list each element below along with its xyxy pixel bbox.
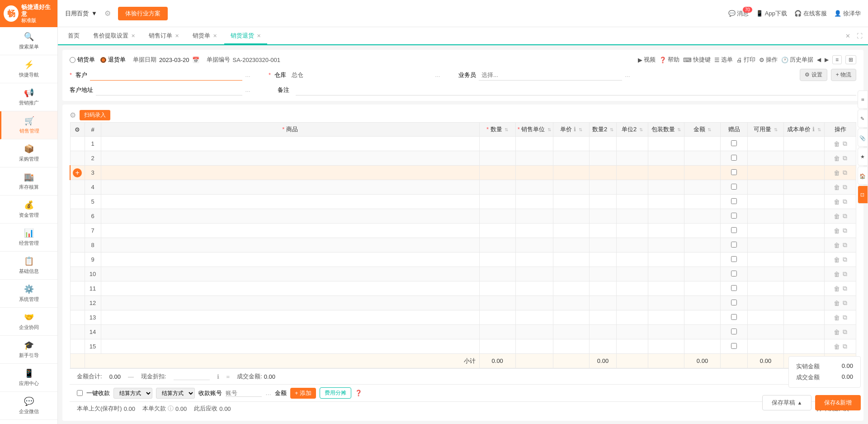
tab-sales-return-close[interactable]: ✕ xyxy=(257,33,261,39)
row2-copy-icon[interactable]: ⧉ xyxy=(843,154,847,162)
right-panel-btn-1[interactable]: ≡ xyxy=(858,91,868,109)
row7-gift-check[interactable] xyxy=(731,227,737,233)
tab-sales-delivery[interactable]: 销货单 ✕ xyxy=(186,28,223,44)
maximize-icon[interactable]: ⛶ xyxy=(855,33,864,39)
row10-delete-icon[interactable]: 🗑 xyxy=(834,271,840,278)
radio-return-input[interactable] xyxy=(100,57,106,63)
account-input[interactable] xyxy=(226,390,262,397)
row3-price[interactable] xyxy=(553,166,590,180)
row3-avail[interactable] xyxy=(748,166,784,180)
row9-delete-icon[interactable]: 🗑 xyxy=(834,256,840,263)
row1-qty2[interactable] xyxy=(590,137,617,151)
pack-sort-icon[interactable]: ⇅ xyxy=(677,127,681,132)
row2-product[interactable] xyxy=(101,151,479,166)
row4-delete-icon[interactable]: 🗑 xyxy=(834,184,840,191)
row8-gift-check[interactable] xyxy=(731,242,737,248)
row3-amount[interactable] xyxy=(684,166,721,180)
sidebar-item-wechat[interactable]: 💬 企业微信 xyxy=(0,392,57,420)
sidebar-item-shortcut[interactable]: ⚡ 快捷导航 xyxy=(0,55,57,83)
one-click-payment-check[interactable] xyxy=(77,390,83,396)
settings-button[interactable]: ⚙ 设置 xyxy=(800,69,827,81)
row2-qty2[interactable] xyxy=(590,151,617,166)
warehouse-dots[interactable]: … xyxy=(435,72,440,78)
row1-qty[interactable] xyxy=(479,137,515,151)
table-gear-icon[interactable]: ⚙ xyxy=(70,111,76,119)
row11-gift-check[interactable] xyxy=(731,285,737,291)
row3-add-btn[interactable]: + xyxy=(70,166,85,180)
row5-copy-icon[interactable]: ⧉ xyxy=(843,198,847,205)
price-sort-icon[interactable]: ⇅ xyxy=(579,127,582,132)
trial-button[interactable]: 体验行业方案 xyxy=(118,7,168,20)
row2-unit[interactable] xyxy=(515,151,553,166)
operate-btn[interactable]: ⚙ 操作 xyxy=(759,55,778,64)
amount-sort-icon[interactable]: ⇅ xyxy=(708,127,711,132)
row2-gift[interactable] xyxy=(721,151,748,166)
sidebar-item-member[interactable]: 👑 畅会员 xyxy=(0,420,57,424)
sidebar-item-newbie[interactable]: 🎓 新手引导 xyxy=(0,336,57,364)
row1-gift[interactable] xyxy=(721,137,748,151)
row2-avail[interactable] xyxy=(748,151,784,166)
row12-gift-check[interactable] xyxy=(731,300,737,305)
header-gear-icon[interactable]: ⚙ xyxy=(104,9,111,18)
avail-sort-icon[interactable]: ⇅ xyxy=(774,127,778,132)
history-btn[interactable]: 🕐 历史单据 xyxy=(781,55,813,64)
help-btn[interactable]: ❓ 帮助 xyxy=(659,55,679,64)
header-nav-selector[interactable]: 日用百货 ▼ xyxy=(65,10,97,18)
row1-copy-icon[interactable]: ⧉ xyxy=(843,140,847,148)
row3-gift-check[interactable] xyxy=(731,169,737,175)
row2-pack[interactable] xyxy=(648,151,684,166)
row10-gift-check[interactable] xyxy=(731,271,737,276)
row3-cost[interactable] xyxy=(784,166,825,180)
row1-product[interactable] xyxy=(101,137,479,151)
row1-gift-check[interactable] xyxy=(731,140,737,146)
row2-amount[interactable] xyxy=(684,151,721,166)
row13-gift-check[interactable] xyxy=(731,314,737,320)
remark-input[interactable] xyxy=(296,85,856,95)
row5-gift-check[interactable] xyxy=(731,198,737,204)
cost-sort-icon[interactable]: ⇅ xyxy=(817,127,821,132)
row14-delete-icon[interactable]: 🗑 xyxy=(834,329,840,336)
row3-delete-icon[interactable]: 🗑 xyxy=(834,169,840,176)
shortcut-btn[interactable]: ⌨ 快捷键 xyxy=(683,55,711,64)
radio-sales-input[interactable] xyxy=(70,57,75,63)
address-input[interactable] xyxy=(96,85,242,95)
staff-input[interactable] xyxy=(479,70,622,81)
row3-pack[interactable] xyxy=(648,166,684,180)
account-dots[interactable]: … xyxy=(265,390,271,396)
row7-copy-icon[interactable]: ⧉ xyxy=(843,227,847,234)
tab-sales-return[interactable]: 销货退货 ✕ xyxy=(224,28,267,44)
row2-delete-icon[interactable]: 🗑 xyxy=(834,155,840,162)
close-all-tabs[interactable]: ✕ xyxy=(842,33,854,39)
row3-qty2[interactable] xyxy=(590,166,617,180)
row14-gift-check[interactable] xyxy=(731,329,737,334)
row15-gift-check[interactable] xyxy=(731,343,737,349)
row2-unit2[interactable] xyxy=(617,151,648,166)
row1-avail[interactable] xyxy=(748,137,784,151)
row4-gift-check[interactable] xyxy=(731,184,737,190)
row11-delete-icon[interactable]: 🗑 xyxy=(834,285,840,292)
scan-button[interactable]: 扫码录入 xyxy=(80,110,110,120)
select-btn[interactable]: ☰ 选单 xyxy=(714,55,733,64)
row3-copy-icon[interactable]: ⧉ xyxy=(843,169,847,176)
row9-gift-check[interactable] xyxy=(731,256,737,262)
right-panel-btn-3[interactable]: 📎 xyxy=(858,129,868,147)
row12-delete-icon[interactable]: 🗑 xyxy=(834,300,840,307)
row5-delete-icon[interactable]: 🗑 xyxy=(834,198,840,205)
discount-input[interactable] xyxy=(174,373,210,380)
next-record-btn[interactable]: ▶ xyxy=(825,55,829,64)
row3-unit2[interactable] xyxy=(617,166,648,180)
video-btn[interactable]: ▶ 视频 xyxy=(638,55,656,64)
row13-delete-icon[interactable]: 🗑 xyxy=(834,314,840,321)
row4-copy-icon[interactable]: ⧉ xyxy=(843,183,847,191)
row6-copy-icon[interactable]: ⧉ xyxy=(843,212,847,220)
sidebar-item-operation[interactable]: 📊 经营管理 xyxy=(0,224,57,252)
row1-pack[interactable] xyxy=(648,137,684,151)
header-app-download[interactable]: 📱 App下载 xyxy=(756,10,787,18)
row3-qty[interactable] xyxy=(479,166,515,180)
tab-sales-delivery-close[interactable]: ✕ xyxy=(213,33,217,39)
row1-unit2[interactable] xyxy=(617,137,648,151)
row3-gift[interactable] xyxy=(721,166,748,180)
save-new-button[interactable]: 保存&新增 xyxy=(815,395,861,410)
row3-unit[interactable] xyxy=(515,166,553,180)
row13-copy-icon[interactable]: ⧉ xyxy=(843,314,847,321)
